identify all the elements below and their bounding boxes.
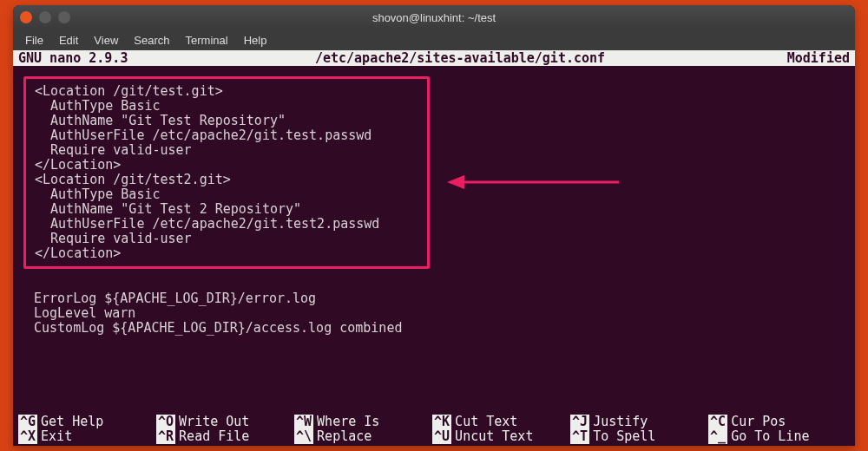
shortcut-cur-pos[interactable]: ^CCur Pos [708, 415, 846, 429]
editor-content[interactable]: <Location /git/test.git> AuthType Basic … [13, 66, 855, 339]
code-line: </Location> [35, 158, 418, 173]
code-line: </Location> [35, 246, 418, 261]
shortcut-to-spell[interactable]: ^TTo Spell [570, 429, 708, 444]
shortcut-replace[interactable]: ^\Replace [294, 429, 432, 444]
code-line: ErrorLog ${APACHE_LOG_DIR}/error.log [34, 291, 845, 306]
minimize-icon[interactable] [39, 11, 51, 23]
menubar: File Edit View Search Terminal Help [13, 29, 855, 50]
shortcut-justify[interactable]: ^JJustify [570, 415, 708, 429]
menu-search[interactable]: Search [127, 32, 176, 49]
code-line: AuthName "Git Test Repository" [35, 114, 418, 128]
window-controls [20, 11, 70, 23]
nano-shortcut-bar: ^GGet Help ^OWrite Out ^WWhere Is ^KCut … [13, 415, 855, 446]
shortcut-get-help[interactable]: ^GGet Help [18, 415, 156, 429]
maximize-icon[interactable] [58, 11, 70, 23]
shortcut-row: ^GGet Help ^OWrite Out ^WWhere Is ^KCut … [18, 415, 850, 429]
terminal-window: shovon@linuxhint: ~/test File Edit View … [13, 5, 855, 446]
menu-help[interactable]: Help [237, 32, 274, 49]
code-line: AuthName "Git Test 2 Repository" [35, 202, 418, 217]
menu-file[interactable]: File [18, 32, 50, 49]
shortcut-uncut-text[interactable]: ^UUncut Text [432, 429, 570, 444]
terminal-viewport[interactable]: GNU nano 2.9.3 /etc/apache2/sites-availa… [13, 50, 855, 446]
code-line: AuthType Basic [35, 99, 418, 114]
titlebar[interactable]: shovon@linuxhint: ~/test [13, 5, 855, 29]
shortcut-row: ^XExit ^RRead File ^\Replace ^UUncut Tex… [18, 429, 850, 444]
code-line: AuthUserFile /etc/apache2/git.test.passw… [35, 128, 418, 143]
window-title: shovon@linuxhint: ~/test [372, 11, 496, 24]
code-line: Require valid-user [35, 232, 418, 246]
code-line: AuthUserFile /etc/apache2/git.test2.pass… [35, 217, 418, 232]
code-line: Require valid-user [35, 143, 418, 158]
shortcut-write-out[interactable]: ^OWrite Out [156, 415, 294, 429]
nano-filename: /etc/apache2/sites-available/git.conf [174, 51, 746, 66]
shortcut-cut-text[interactable]: ^KCut Text [432, 415, 570, 429]
extra-code-block: ErrorLog ${APACHE_LOG_DIR}/error.log Log… [34, 291, 845, 336]
highlight-annotation-box: <Location /git/test.git> AuthType Basic … [23, 76, 430, 269]
shortcut-go-to-line[interactable]: ^_Go To Line [708, 429, 846, 444]
menu-edit[interactable]: Edit [52, 32, 85, 49]
shortcut-exit[interactable]: ^XExit [18, 429, 156, 444]
code-line: <Location /git/test.git> [35, 84, 418, 99]
code-line: LogLevel warn [34, 306, 845, 321]
code-line: AuthType Basic [35, 187, 418, 202]
menu-terminal[interactable]: Terminal [179, 32, 235, 49]
shortcut-where-is[interactable]: ^WWhere Is [294, 415, 432, 429]
shortcut-read-file[interactable]: ^RRead File [156, 429, 294, 444]
menu-view[interactable]: View [87, 32, 125, 49]
code-line: <Location /git/test2.git> [35, 173, 418, 187]
code-line: CustomLog ${APACHE_LOG_DIR}/access.log c… [34, 321, 845, 336]
arrow-annotation-icon [445, 172, 628, 193]
nano-status: Modified [746, 51, 850, 66]
close-icon[interactable] [20, 11, 32, 23]
svg-marker-1 [447, 175, 464, 189]
nano-header: GNU nano 2.9.3 /etc/apache2/sites-availa… [13, 50, 855, 66]
